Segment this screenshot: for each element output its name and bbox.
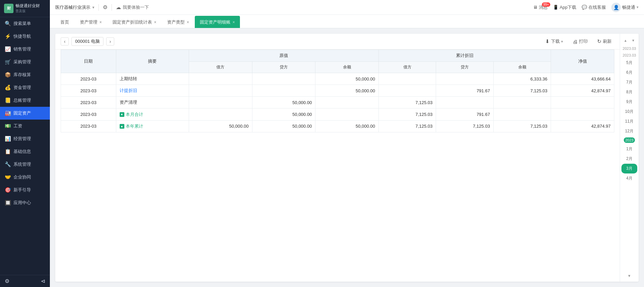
cell-net [551,108,614,121]
sidebar-logo: 财 畅捷通好业财 普及版 [0,0,50,17]
cell-summary: 计提折旧 [116,85,189,97]
table-row: 2023-03 计提折旧 50,000.00 791.67 7,125.03 4… [61,85,614,97]
cell-summary: 上期结转 [116,73,189,85]
tab-fixed-depreciation[interactable]: 固定资产折旧统计表 × [108,16,161,28]
sidebar-item-business[interactable]: 📊 经营管理 [0,132,50,145]
sidebar-item-quick-nav[interactable]: ⚡ 快捷导航 [0,30,50,43]
experience-icon: ☁ [116,4,121,10]
chevron-down-icon: ▾ [628,273,631,278]
timeline-prev-period2[interactable]: 2023.03 [620,53,639,58]
next-asset-btn[interactable]: › [106,37,114,45]
timeline-prev-period[interactable]: 2023.03 [620,44,639,53]
table-row: 2023-03 资产清理 50,000.00 7,125.03 [61,97,614,108]
refresh-btn[interactable]: ↻ 刷新 [594,37,614,46]
sidebar-item-system[interactable]: 🔧 系统管理 [0,158,50,171]
col-acc-balance: 余额 [493,62,551,73]
settings-icon[interactable]: ⚙ [5,278,9,284]
tab-asset-mgmt[interactable]: 资产管理 × [75,16,107,28]
next-arrow-icon: › [110,39,111,44]
print-btn[interactable]: 🖨 打印 [570,37,590,46]
tab-close-fixed-asset-detail[interactable]: × [233,20,235,25]
print-icon: 🖨 [573,39,578,44]
business-icon: 📊 [5,136,11,142]
cell-orig-balance [315,108,379,121]
timeline-month-3[interactable]: 3月 [621,164,637,173]
topbar-right: 🖥 消息 99+ 📱 App下载 💬 在线客服 👤 畅捷通 ▾ [533,3,639,12]
col-acc-debit: 借方 [379,62,436,73]
online-service-btn[interactable]: 💬 在线客服 [582,4,606,10]
timeline-month-5[interactable]: 5月 [620,58,639,68]
sidebar-item-app-center[interactable]: 🔲 应用中心 [0,196,50,209]
settings-btn[interactable]: ⚙ [103,4,108,10]
timeline-scroll-down[interactable]: ▾ [620,271,639,280]
timeline-month-8[interactable]: 8月 [620,87,639,97]
sidebar-item-enterprise[interactable]: 🤝 企业协同 [0,171,50,184]
tab-close-asset-type[interactable]: × [187,20,189,25]
timeline-month-7[interactable]: 7月 [620,77,639,87]
sidebar-item-basic-info[interactable]: 📋 基础信息 [0,145,50,158]
prev-asset-btn[interactable]: ‹ [61,37,69,45]
cell-orig-credit: 50,000.00 [252,120,315,132]
timeline-header: ▴ ▾ [620,35,639,44]
timeline-month-11[interactable]: 11月 [620,117,639,126]
cell-date: 2023-03 [61,73,116,85]
company-selector[interactable]: 医疗器械行业演示 ▾ [55,4,94,10]
sidebar-item-sales[interactable]: 📈 销售管理 [0,43,50,56]
cell-orig-credit [252,73,315,85]
timeline-month-1[interactable]: 1月 [620,144,639,154]
cell-net [551,97,614,108]
sidebar-item-capital[interactable]: 💰 资金管理 [0,81,50,94]
app-download-btn[interactable]: 📱 App下载 [553,4,576,10]
tab-close-asset-mgmt[interactable]: × [99,20,102,25]
sidebar-item-inventory[interactable]: 📦 库存核算 [0,68,50,81]
app-logo-text: 畅捷通好业财 普及版 [16,3,40,13]
timeline-month-2[interactable]: 2月 [620,154,639,164]
cell-net: 43,666.64 [551,73,614,85]
experience-btn[interactable]: ☁ 我要体验一下 [116,4,149,10]
content-panel: ‹ 000001 电脑 › ⬇ 下载 ▾ 🖨 [55,34,639,282]
sidebar-item-salary[interactable]: 💵 工资 [0,120,50,132]
message-btn[interactable]: 🖥 消息 99+ [533,4,548,10]
col-original-group: 原值 [189,50,379,62]
tag-icon: ■ [120,124,124,129]
summary-text: 上期结转 [120,76,137,81]
cell-acc-credit [436,73,493,85]
download-btn[interactable]: ⬇ 下载 ▾ [543,37,566,46]
user-menu[interactable]: 👤 畅捷通 ▾ [611,3,639,12]
cell-orig-balance: 50,000.00 [315,73,379,85]
sidebar-item-fixed-assets[interactable]: 🏭 固定资产 [0,107,50,120]
col-orig-debit: 借方 [189,62,252,73]
topbar-divider [98,4,99,11]
timeline-month-6[interactable]: 6月 [620,68,639,77]
cell-summary: ■本年累计 [116,120,189,132]
cell-orig-debit [189,97,252,108]
cell-acc-debit [379,85,436,97]
cell-orig-debit [189,73,252,85]
cell-acc-credit: 7,125.03 [436,120,493,132]
cell-acc-credit [436,97,493,108]
sidebar-item-purchase[interactable]: 🛒 采购管理 [0,56,50,68]
timeline-month-4[interactable]: 4月 [620,173,639,183]
timeline-next-btn[interactable]: ▾ [630,37,637,44]
cell-acc-debit [379,73,436,85]
sidebar-item-ledger[interactable]: 📒 总账管理 [0,94,50,107]
col-orig-credit: 贷方 [252,62,315,73]
timeline-month-10[interactable]: 10月 [620,107,639,117]
timeline-month-12[interactable]: 12月 [620,126,639,136]
tab-asset-type[interactable]: 资产类型 × [162,16,194,28]
tab-home[interactable]: 首页 [55,16,74,28]
cell-acc-credit: 791.67 [436,85,493,97]
summary-link[interactable]: 计提折旧 [120,88,137,93]
topbar-divider2 [112,4,112,11]
table-row: 2023-03 ■本月合计 50,000.00 7,125.03 791.67 [61,108,614,121]
sidebar-item-guide[interactable]: 🎯 新手引导 [0,184,50,196]
timeline-prev-btn[interactable]: ▴ [622,37,629,44]
timeline-month-9[interactable]: 9月 [620,97,639,107]
cell-acc-balance: 6,333.36 [493,73,551,85]
tab-fixed-asset-detail[interactable]: 固定资产明细账 × [195,16,240,28]
collapse-icon[interactable]: ⊲ [41,278,45,284]
tab-close-fixed-depreciation[interactable]: × [154,20,156,25]
main-content: 医疗器械行业演示 ▾ ⚙ ☁ 我要体验一下 🖥 消息 99+ 📱 App下载 💬… [50,0,644,287]
sidebar-item-search[interactable]: 🔍 搜索菜单 [0,17,50,30]
table-row: 2023-03 上期结转 50,000.00 6,333.36 43,666.6… [61,73,614,85]
